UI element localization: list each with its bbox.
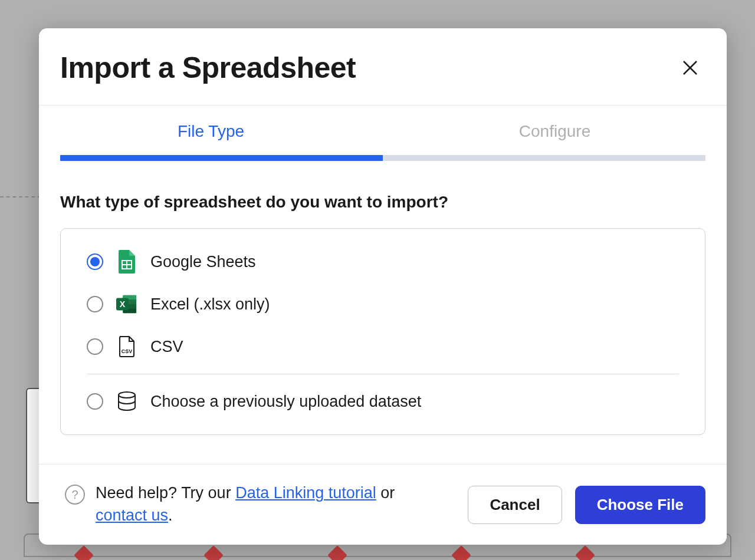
options-divider — [87, 374, 679, 374]
modal-footer: ? Need help? Try our Data Linking tutori… — [39, 464, 727, 545]
tab-configure[interactable]: Configure — [383, 106, 727, 155]
modal-header: Import a Spreadsheet — [39, 28, 727, 106]
data-linking-tutorial-link[interactable]: Data Linking tutorial — [235, 484, 376, 502]
option-excel[interactable]: X Excel (.xlsx only) — [87, 283, 679, 325]
radio-csv[interactable] — [87, 338, 103, 355]
file-type-options: Google Sheets X Excel (.xlsx only) — [60, 228, 705, 435]
option-label: Google Sheets — [150, 253, 256, 271]
help-text: Need help? Try our Data Linking tutorial… — [96, 482, 449, 527]
option-previous-dataset[interactable]: Choose a previously uploaded dataset — [87, 380, 679, 423]
database-icon — [116, 391, 137, 412]
help-suffix: . — [168, 506, 173, 524]
option-google-sheets[interactable]: Google Sheets — [87, 241, 679, 283]
csv-file-icon: CSV — [116, 336, 137, 357]
help-block: ? Need help? Try our Data Linking tutori… — [65, 482, 449, 527]
progress-fill — [60, 155, 383, 161]
progress-bar — [60, 155, 705, 161]
help-or: or — [380, 484, 395, 502]
cancel-button[interactable]: Cancel — [468, 486, 562, 524]
option-csv[interactable]: CSV CSV — [87, 325, 679, 368]
option-label: Excel (.xlsx only) — [150, 295, 270, 314]
help-icon: ? — [65, 485, 85, 505]
svg-point-13 — [119, 392, 135, 398]
radio-excel[interactable] — [87, 296, 103, 312]
contact-us-link[interactable]: contact us — [96, 506, 168, 524]
radio-google-sheets[interactable] — [87, 253, 103, 270]
import-spreadsheet-modal: Import a Spreadsheet File Type Configure… — [39, 28, 727, 545]
excel-icon: X — [116, 294, 137, 315]
question-label: What type of spreadsheet do you want to … — [60, 193, 705, 212]
help-prefix: Need help? Try our — [96, 484, 235, 502]
step-tabs: File Type Configure — [39, 106, 727, 155]
radio-previous-dataset[interactable] — [87, 393, 103, 410]
background-decoration — [0, 196, 41, 197]
option-label: CSV — [150, 338, 183, 356]
choose-file-button[interactable]: Choose File — [575, 486, 705, 524]
tab-file-type[interactable]: File Type — [39, 106, 383, 155]
svg-text:CSV: CSV — [122, 348, 133, 354]
modal-title: Import a Spreadsheet — [60, 51, 356, 85]
footer-buttons: Cancel Choose File — [468, 486, 705, 524]
svg-text:X: X — [120, 299, 126, 309]
google-sheets-icon — [116, 251, 137, 272]
modal-body: What type of spreadsheet do you want to … — [39, 161, 727, 464]
close-icon — [682, 60, 698, 75]
close-button[interactable] — [682, 60, 698, 76]
option-label: Choose a previously uploaded dataset — [150, 393, 421, 411]
